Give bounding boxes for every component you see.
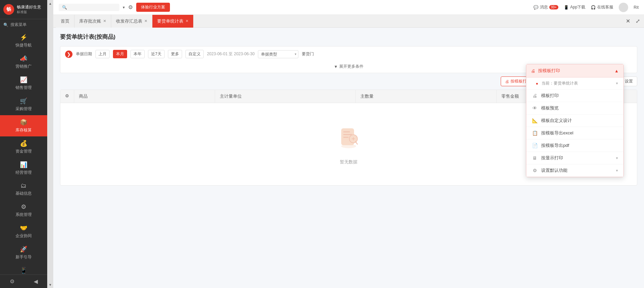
- tab-order-stats[interactable]: 要货单统计表 ✕: [152, 15, 194, 28]
- close-all-btn[interactable]: ✕: [624, 17, 632, 26]
- dropdown-display-print[interactable]: 🖥 按显示打印 ▾: [526, 152, 623, 164]
- dropdown-header[interactable]: 🖨 按模板打印 ▲: [526, 64, 623, 77]
- dropdown-template-design[interactable]: 📐 模板自定义设计: [526, 115, 623, 127]
- dropdown-template-pdf[interactable]: 📄 按模板导出pdf: [526, 139, 623, 152]
- date-last-month[interactable]: 上月: [95, 50, 110, 58]
- tab-home[interactable]: 首页: [56, 15, 75, 28]
- scroll-up-btn[interactable]: ▲: [47, 0, 53, 7]
- expand-tabs-btn[interactable]: ⤢: [634, 17, 641, 26]
- expand-more-btn[interactable]: ▼ 展开更多条件: [334, 64, 363, 69]
- sidebar-item-purchase[interactable]: 🛒 采购管理: [0, 94, 47, 115]
- empty-text: 暂无数据: [340, 159, 357, 165]
- template-print-label: 模板打印: [541, 93, 559, 99]
- dropdown-template-preview[interactable]: 👁 模板预览: [526, 102, 623, 115]
- dropdown-set-default[interactable]: ⚙ 设置默认功能 ▾: [526, 164, 623, 177]
- template-design-label: 模板自定义设计: [541, 118, 572, 124]
- topbar: 🔍 ▾ ⚙ 体验行业方案 💬 消息 99+ 📱 App下载 🎧 在线客服 Rit: [53, 0, 644, 15]
- messages-item[interactable]: 💬 消息 99+: [533, 4, 558, 10]
- date-custom[interactable]: 自定义: [185, 50, 204, 58]
- search-menu[interactable]: 🔍 搜索菜单: [0, 19, 47, 30]
- date-last-7-days[interactable]: 近7天: [148, 50, 165, 58]
- inventory-icon: 📦: [20, 119, 27, 126]
- sidebar-item-app-center[interactable]: 📱 应用中心: [0, 263, 47, 275]
- date-range: 2023-06-01 至 2023-06-30: [207, 51, 255, 57]
- current-label-icon: ●: [536, 81, 538, 86]
- template-excel-label: 按模板导出excel: [541, 130, 573, 136]
- sidebar-item-label: 经营管理: [16, 170, 32, 175]
- topbar-right: 💬 消息 99+ 📱 App下载 🎧 在线客服 Rit: [533, 3, 639, 12]
- dropdown-collapse-arrow[interactable]: ▲: [614, 68, 619, 73]
- logo-icon: 畅: [3, 4, 14, 15]
- print-dropdown-panel: 🖨 按模板打印 ▲ ● 当前：要货单统计表 ▾ 🖨 模板打印 👁 模板预览 📐: [526, 64, 624, 177]
- app-download-item[interactable]: 📱 App下载: [564, 4, 585, 10]
- page-title: 要货单统计表(按商品): [60, 33, 637, 41]
- tab-batch-account-close[interactable]: ✕: [103, 19, 106, 23]
- topbar-dropdown-btn[interactable]: ▾: [123, 5, 125, 10]
- sidebar-scroll: ▲ ▼: [47, 0, 53, 288]
- type-select-wrapper: 单据类型: [258, 50, 298, 58]
- guide-icon: 🚀: [20, 246, 27, 253]
- operations-icon: 📊: [20, 161, 27, 168]
- sidebar-item-operations[interactable]: 📊 经营管理: [0, 158, 47, 179]
- svg-rect-2: [343, 131, 350, 132]
- sidebar-item-label: 企业协同: [16, 233, 32, 239]
- sidebar-footer: ⚙ ◀: [0, 275, 47, 288]
- dropdown-template-print[interactable]: 🖨 模板打印: [526, 90, 623, 102]
- sidebar-item-label: 系统管理: [16, 212, 32, 218]
- sidebar-item-enterprise[interactable]: 🤝 企业协同: [0, 221, 47, 242]
- app-download-label: App下载: [570, 4, 585, 10]
- dropdown-template-excel[interactable]: 📋 按模板导出excel: [526, 127, 623, 139]
- collapse-icon[interactable]: ◀: [34, 278, 38, 285]
- messages-label: 消息: [540, 4, 548, 10]
- template-print-icon: 🖨: [532, 93, 538, 98]
- th-settings[interactable]: ⚙: [60, 90, 74, 103]
- svg-rect-3: [343, 134, 352, 135]
- sidebar-item-quick-nav[interactable]: ⚡ 快捷导航: [0, 30, 47, 52]
- user-avatar[interactable]: [619, 3, 628, 12]
- print-dropdown-icon: 🖨: [531, 68, 535, 73]
- sidebar-item-guide[interactable]: 🚀 新手引导: [0, 242, 47, 263]
- date-label: 单据日期: [76, 51, 92, 57]
- online-service-item[interactable]: 🎧 在线客服: [591, 4, 613, 10]
- template-pdf-label: 按模板导出pdf: [541, 142, 569, 149]
- app-name: 畅康通好生意: [17, 4, 41, 10]
- date-more[interactable]: 更多: [168, 50, 182, 58]
- filter-collapse-btn[interactable]: ❯: [65, 51, 72, 58]
- sidebar-item-system[interactable]: ⚙ 系统管理: [0, 200, 47, 221]
- sidebar-item-inventory[interactable]: 📦 库存核算: [0, 115, 47, 136]
- date-current-year[interactable]: 本年: [130, 50, 145, 58]
- print-dropdown-title: 按模板打印: [538, 68, 560, 74]
- th-goods: 商品: [74, 90, 215, 103]
- sidebar-item-label: 快捷导航: [16, 42, 32, 48]
- message-icon: 💬: [533, 5, 538, 10]
- template-design-icon: 📐: [532, 118, 538, 123]
- topbar-settings-btn[interactable]: ⚙: [128, 4, 133, 10]
- type-select[interactable]: 单据类型: [258, 50, 298, 58]
- sidebar-item-sales[interactable]: 📈 销售管理: [0, 73, 47, 94]
- sidebar-item-finance[interactable]: 💰 资金管理: [0, 136, 47, 158]
- current-label: 当前：要货单统计表: [541, 81, 578, 86]
- tab-order-stats-close[interactable]: ✕: [185, 19, 188, 23]
- tab-receipt-summary[interactable]: 收发存汇总表 ✕: [111, 15, 152, 28]
- app-badge: 标准版: [17, 10, 41, 14]
- sidebar-item-label: 营销推广: [16, 64, 32, 69]
- scroll-down-btn[interactable]: ▼: [47, 281, 53, 288]
- search-icon: 🔍: [3, 23, 8, 27]
- tab-batch-account[interactable]: 库存批次账 ✕: [75, 15, 111, 28]
- set-default-label: 设置默认功能: [541, 167, 567, 173]
- experience-btn[interactable]: 体验行业方案: [136, 3, 170, 12]
- sidebar-item-base-info[interactable]: 🗂 基础信息: [0, 179, 47, 200]
- sidebar-item-label: 销售管理: [16, 85, 32, 91]
- date-current-month[interactable]: 本月: [113, 50, 127, 58]
- current-expand-arrow[interactable]: ▾: [616, 81, 618, 86]
- tab-receipt-summary-close[interactable]: ✕: [144, 19, 147, 23]
- settings-footer-icon[interactable]: ⚙: [10, 278, 14, 285]
- tabbar-right: ✕ ⤢: [624, 17, 641, 26]
- th-quantity: 主数量: [356, 90, 497, 103]
- app-logo: 畅 畅康通好生意 标准版: [0, 0, 47, 19]
- dropdown-current-item[interactable]: ● 当前：要货单统计表 ▾: [526, 77, 623, 90]
- topbar-search[interactable]: 🔍: [59, 4, 119, 11]
- sidebar-item-marketing[interactable]: 📣 营销推广: [0, 52, 47, 73]
- system-icon: ⚙: [21, 203, 26, 211]
- expand-icon: ▼: [334, 64, 338, 69]
